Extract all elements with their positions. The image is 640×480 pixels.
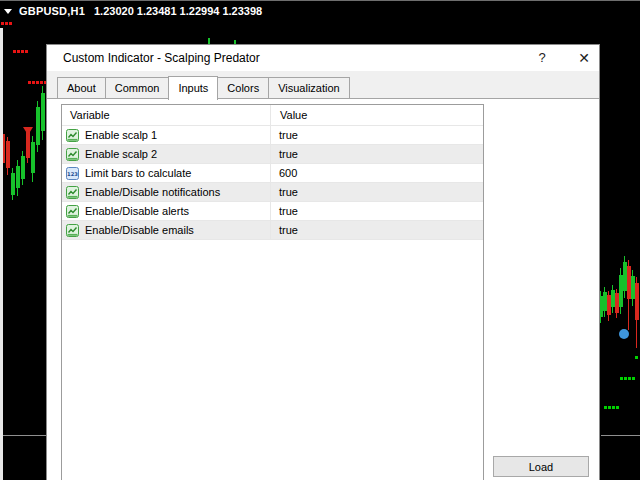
signal-dot-red — [36, 81, 39, 84]
signal-dot-red — [1, 22, 4, 25]
variable-cell: Enable/Disable alerts — [62, 202, 270, 220]
tab-about[interactable]: About — [57, 77, 106, 98]
symbol-label: GBPUSD,H1 — [19, 5, 85, 17]
int-input-icon: 123 — [66, 167, 79, 180]
signal-dot-red — [25, 50, 28, 53]
candle-body — [6, 141, 10, 168]
variable-cell: Enable/Disable emails — [62, 221, 270, 239]
candle-body — [11, 173, 15, 195]
bool-input-icon — [66, 224, 79, 237]
variable-name: Enable scalp 2 — [85, 148, 157, 160]
signal-dot-red — [32, 81, 35, 84]
candle-body — [635, 283, 639, 320]
inputs-table: Variable Value Enable scalp 1trueEnable … — [61, 104, 484, 480]
symbol-dropdown-icon[interactable] — [4, 9, 12, 14]
close-icon[interactable]: ✕ — [575, 45, 593, 71]
signal-dot-green — [608, 406, 611, 409]
signal-dot-red — [13, 50, 16, 53]
dialog-tabs: AboutCommonInputsColorsVisualization — [57, 75, 350, 99]
tab-colors[interactable]: Colors — [217, 77, 269, 98]
bool-input-icon — [66, 205, 79, 218]
column-header-value: Value — [270, 105, 483, 125]
signal-dot-red — [17, 50, 20, 53]
table-row[interactable]: 123Limit bars to calculate600 — [62, 164, 483, 183]
table-row[interactable]: Enable scalp 1true — [62, 126, 483, 145]
svg-text:123: 123 — [67, 170, 78, 176]
table-row[interactable]: Enable/Disable alertstrue — [62, 202, 483, 221]
value-cell[interactable]: true — [270, 126, 483, 144]
help-button[interactable]: ? — [534, 45, 550, 71]
variable-cell: Enable/Disable notifications — [62, 183, 270, 201]
variable-cell: 123Limit bars to calculate — [62, 164, 270, 182]
variable-cell: Enable scalp 1 — [62, 126, 270, 144]
variable-cell: Enable scalp 2 — [62, 145, 270, 163]
bool-input-icon — [66, 148, 79, 161]
candle-body — [21, 156, 25, 179]
signal-dot-green — [616, 406, 619, 409]
column-header-variable: Variable — [62, 109, 270, 121]
signal-dot-blue — [619, 329, 629, 339]
value-cell[interactable]: true — [270, 221, 483, 239]
table-row[interactable]: Enable scalp 2true — [62, 145, 483, 164]
signal-dot-red — [9, 22, 12, 25]
candle-body — [41, 93, 45, 131]
signal-dot-green — [604, 406, 607, 409]
bool-input-icon — [66, 129, 79, 142]
candle-body — [36, 107, 40, 145]
custom-indicator-dialog: Custom Indicator - Scalping Predator ? ✕… — [46, 44, 600, 480]
bool-input-icon — [66, 186, 79, 199]
tab-inputs[interactable]: Inputs — [168, 76, 218, 100]
candle-body — [16, 166, 20, 188]
chart-separator-line — [3, 435, 46, 436]
signal-dot-red — [28, 81, 31, 84]
variable-name: Enable/Disable notifications — [85, 186, 220, 198]
variable-name: Enable/Disable alerts — [85, 205, 189, 217]
dialog-title: Custom Indicator - Scalping Predator — [63, 45, 260, 71]
candle-body — [31, 142, 35, 173]
load-button[interactable]: Load — [493, 456, 589, 477]
value-cell[interactable]: true — [270, 202, 483, 220]
table-row[interactable]: Enable/Disable notificationstrue — [62, 183, 483, 202]
variable-name: Enable scalp 1 — [85, 129, 157, 141]
candle-body — [26, 132, 30, 158]
table-row[interactable]: Enable/Disable emailstrue — [62, 221, 483, 240]
table-body: Enable scalp 1trueEnable scalp 2true123L… — [62, 126, 483, 240]
signal-dot-red — [40, 81, 43, 84]
value-cell[interactable]: 600 — [270, 164, 483, 182]
metatrader-window: GBPUSD,H1 1.23020 1.23481 1.22994 1.2339… — [0, 0, 640, 480]
signal-dot-red — [5, 22, 8, 25]
window-left-edge — [0, 28, 3, 480]
variable-name: Limit bars to calculate — [85, 167, 191, 179]
value-cell[interactable]: true — [270, 183, 483, 201]
ohlc-quotes: 1.23020 1.23481 1.22994 1.23398 — [94, 5, 262, 17]
chart-separator-line — [601, 435, 640, 436]
chart-symbol-bar[interactable]: GBPUSD,H1 1.23020 1.23481 1.22994 1.2339… — [4, 4, 262, 18]
tab-visualization[interactable]: Visualization — [268, 77, 350, 98]
signal-dot-red — [21, 50, 24, 53]
signal-dot-green — [612, 406, 615, 409]
table-header: Variable Value — [62, 105, 483, 126]
signal-dot-green — [620, 377, 623, 380]
tab-common[interactable]: Common — [105, 77, 170, 98]
signal-dot-green — [635, 356, 638, 359]
sell-arrow-icon — [23, 127, 33, 135]
dialog-titlebar: Custom Indicator - Scalping Predator ? ✕ — [47, 45, 599, 71]
signal-dot-green — [632, 377, 635, 380]
signal-dot-green — [628, 377, 631, 380]
variable-name: Enable/Disable emails — [85, 224, 194, 236]
signal-dot-green — [624, 377, 627, 380]
window-top-border — [0, 0, 640, 1]
value-cell[interactable]: true — [270, 145, 483, 163]
